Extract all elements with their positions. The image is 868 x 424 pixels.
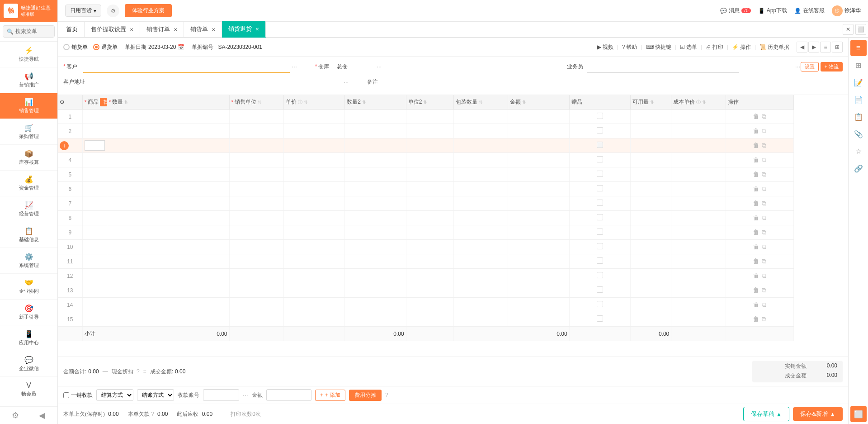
gift-checkbox-8[interactable] <box>597 214 603 220</box>
online-service-button[interactable]: 👤 在线客服 <box>794 7 825 14</box>
copy-icon-8[interactable]: ⧉ <box>762 214 766 222</box>
gift-checkbox-14[interactable] <box>597 301 603 307</box>
calc-method-select[interactable]: 结算方式 <box>96 389 133 401</box>
gift-checkbox-15[interactable] <box>597 315 603 322</box>
sidebar-item-purchase[interactable]: 🛒 采购管理 <box>0 119 57 145</box>
delete-icon-4[interactable]: 🗑 <box>753 156 759 164</box>
customer-input[interactable] <box>83 60 290 73</box>
delete-icon-7[interactable]: 🗑 <box>753 200 759 207</box>
copy-icon-10[interactable]: ⧉ <box>762 243 766 251</box>
table-view-button[interactable]: ≡ <box>820 42 831 52</box>
address-input[interactable] <box>87 76 342 88</box>
sidebar-item-app-center[interactable]: 📱 应用中心 <box>0 325 57 351</box>
discount-help-icon[interactable]: ? <box>137 368 140 375</box>
copy-icon-7[interactable]: ⧉ <box>762 200 766 207</box>
message-button[interactable]: 💬 消息 70 <box>720 7 751 14</box>
write-method-select[interactable]: 结账方式 <box>137 389 174 401</box>
copy-icon-15[interactable]: ⧉ <box>762 315 766 323</box>
tab-sales-shipment[interactable]: 销货单 ✕ <box>184 21 222 38</box>
delete-icon-5[interactable]: 🗑 <box>753 171 759 178</box>
sidebar-item-sys-mgmt[interactable]: ⚙️ 系统管理 <box>0 248 57 274</box>
one-click-payment-checkbox[interactable]: 一键收款 <box>63 391 93 399</box>
sidebar-settings-button[interactable]: ⚙ <box>4 410 27 420</box>
copy-icon-1[interactable]: ⧉ <box>762 113 766 120</box>
right-panel-bottom-active[interactable]: ⬜ <box>850 406 867 422</box>
gift-checkbox-3[interactable] <box>597 142 603 148</box>
copy-icon-6[interactable]: ⧉ <box>762 185 766 193</box>
scan-btn[interactable]: 扫码录入 <box>100 98 107 106</box>
sidebar-item-finance[interactable]: 💰 资金管理 <box>0 171 57 196</box>
copy-icon-9[interactable]: ⧉ <box>762 229 766 236</box>
right-panel-note3[interactable]: 📋 <box>850 109 867 125</box>
header-gear-button[interactable]: ⚙ <box>107 5 119 17</box>
sidebar-item-inventory[interactable]: 📦 库存核算 <box>0 145 57 171</box>
copy-icon-4[interactable]: ⧉ <box>762 156 766 164</box>
staff-dots-button[interactable]: ··· <box>795 63 801 70</box>
tab-close-price-settings[interactable]: ✕ <box>130 27 133 32</box>
delete-icon-14[interactable]: 🗑 <box>753 301 759 309</box>
right-panel-note1[interactable]: 📝 <box>850 74 867 91</box>
copy-icon-5[interactable]: ⧉ <box>762 171 766 178</box>
gift-checkbox-4[interactable] <box>597 156 603 162</box>
gift-checkbox-1[interactable] <box>597 113 603 119</box>
sidebar-item-sales-mgmt[interactable]: 📊 销售管理 <box>0 93 57 119</box>
copy-icon-13[interactable]: ⧉ <box>762 286 766 294</box>
tab-close-sales-return[interactable]: ✕ <box>255 27 259 32</box>
delete-icon-2[interactable]: 🗑 <box>753 127 759 135</box>
delete-icon-10[interactable]: 🗑 <box>753 243 759 251</box>
amount-input[interactable] <box>266 389 311 401</box>
customer-dots-button[interactable]: ··· <box>292 63 297 70</box>
save-new-button[interactable]: 保存&新增 ▲ <box>793 407 843 421</box>
pack-sort-icon[interactable]: ⇅ <box>479 100 482 105</box>
sidebar-item-basic-info[interactable]: 📋 基础信息 <box>0 222 57 248</box>
sidebar-item-marketing[interactable]: 📢 营销推广 <box>0 67 57 93</box>
unit-sort-icon[interactable]: ⇅ <box>258 100 261 105</box>
logistics-button[interactable]: + 物流 <box>821 62 843 71</box>
sidebar-collapse-button[interactable]: ◀ <box>31 410 54 420</box>
delete-icon-1[interactable]: 🗑 <box>753 113 759 120</box>
save-draft-button[interactable]: 保存草稿 ▲ <box>743 407 790 421</box>
copy-icon-12[interactable]: ⧉ <box>762 272 766 280</box>
sidebar-item-enterprise-wx[interactable]: 💬 企业微信 <box>0 351 57 377</box>
tab-price-settings[interactable]: 售价提取设置 ✕ <box>85 21 140 38</box>
select-btn[interactable]: ☑ 选单 <box>680 43 697 51</box>
gear-settings-icon[interactable]: ⚙ <box>60 99 65 105</box>
right-panel-attach[interactable]: 📎 <box>850 126 867 142</box>
sidebar-item-quick-nav[interactable]: ⚡ 快捷导航 <box>0 42 57 67</box>
add-row-button[interactable]: + <box>60 141 69 150</box>
delete-icon-11[interactable]: 🗑 <box>753 257 759 265</box>
tab-close-all-button[interactable]: ✕ <box>843 24 854 35</box>
gift-checkbox-9[interactable] <box>597 229 603 235</box>
avail-sort-icon[interactable]: ⇅ <box>650 100 654 105</box>
delete-icon-9[interactable]: 🗑 <box>753 229 759 236</box>
gift-checkbox-10[interactable] <box>597 243 603 249</box>
tab-sales-order[interactable]: 销售订单 ✕ <box>140 21 184 38</box>
cost-sort-icon[interactable]: ⇅ <box>702 100 706 105</box>
delete-icon-8[interactable]: 🗑 <box>753 214 759 222</box>
copy-icon-14[interactable]: ⧉ <box>762 301 766 309</box>
video-btn[interactable]: ▶ 视频 <box>597 43 613 51</box>
one-click-checkbox-input[interactable] <box>63 392 69 398</box>
delete-icon-3[interactable]: 🗑 <box>753 142 759 149</box>
daily-select-dropdown[interactable]: 日用百货 ▾ <box>65 5 101 17</box>
user-info-button[interactable]: 徐 徐泽华 <box>832 5 861 16</box>
address-dots-button[interactable]: ··· <box>344 78 349 86</box>
gift-checkbox-2[interactable] <box>597 127 603 133</box>
right-panel-table-view[interactable]: ≡ <box>850 40 867 56</box>
fees-btn[interactable]: 费用分摊 <box>349 390 382 401</box>
remark-input[interactable] <box>387 76 843 88</box>
app-download-button[interactable]: 📱 App下载 <box>758 7 787 14</box>
warehouse-dots-button[interactable]: ··· <box>377 63 382 70</box>
copy-icon-3[interactable]: ⧉ <box>762 142 766 149</box>
prev-record-button[interactable]: ◀ <box>797 42 807 52</box>
qty2-sort-icon[interactable]: ⇅ <box>362 100 366 105</box>
delete-icon-13[interactable]: 🗑 <box>753 286 759 294</box>
gift-checkbox-11[interactable] <box>597 257 603 264</box>
settings-button[interactable]: 设置 <box>801 62 819 71</box>
print-btn[interactable]: 🖨 打印 <box>706 43 723 51</box>
product-input-3[interactable] <box>85 140 105 151</box>
operate-btn[interactable]: ⚡ 操作 <box>732 43 751 51</box>
tab-close-sales-order[interactable]: ✕ <box>174 27 177 32</box>
gift-checkbox-5[interactable] <box>597 171 603 177</box>
add-payment-button[interactable]: + + 添加 <box>315 390 345 401</box>
